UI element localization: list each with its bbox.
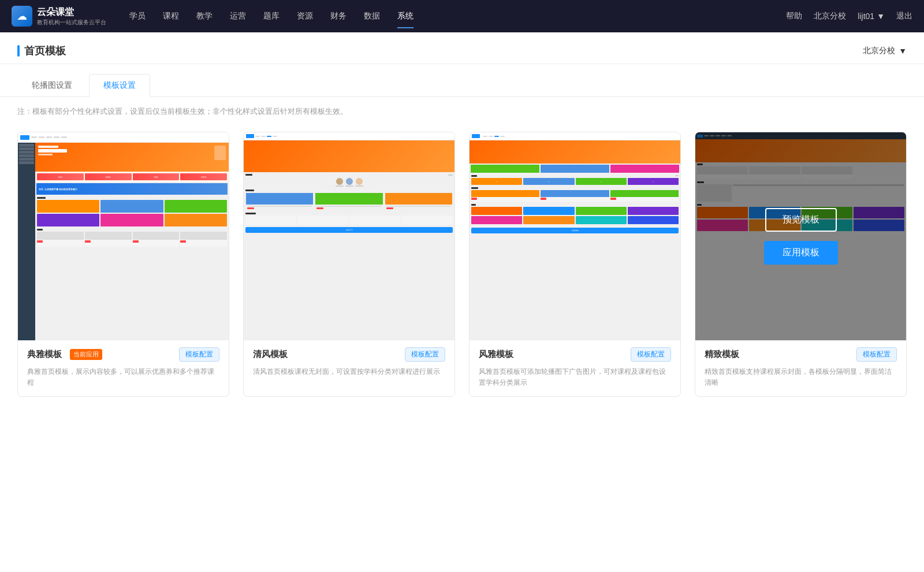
template-name-group-1: 典雅模板 当前应用: [27, 349, 102, 360]
template-overlay-4: 预览模板 应用模板: [695, 132, 906, 340]
template-name-row-4: 精致模板 模板配置: [705, 347, 897, 362]
template-mock-2: 报名学习: [244, 132, 454, 340]
config-button-1[interactable]: 模板配置: [179, 347, 219, 362]
school-selector[interactable]: 北京分校 ▼: [863, 46, 907, 56]
main-nav: 学员 课程 教学 运营 题库 资源 财务 数据 系统: [129, 9, 786, 24]
school-name[interactable]: 北京分校: [814, 11, 846, 21]
chevron-down-icon: ▼: [899, 46, 907, 55]
template-name-row-2: 清风模板 模板配置: [253, 347, 445, 362]
nav-item-students[interactable]: 学员: [129, 9, 146, 24]
nav-item-courses[interactable]: 课程: [163, 9, 179, 24]
template-desc-1: 典雅首页模板，展示内容较多，可以展示优惠券和多个推荐课程: [27, 366, 219, 388]
config-button-4[interactable]: 模板配置: [856, 347, 897, 362]
templates-grid: ¥30 ¥200 ¥30 ¥200: [0, 126, 924, 420]
logout-link[interactable]: 退出: [896, 11, 912, 21]
logo[interactable]: ☁ 云朵课堂 教育机构一站式服务云平台: [12, 6, 106, 27]
apply-button-4[interactable]: 应用模板: [764, 241, 838, 265]
nav-item-data[interactable]: 数据: [364, 9, 380, 24]
template-name-1: 典雅模板: [27, 349, 62, 360]
template-preview-4: 预览模板 应用模板: [695, 132, 906, 340]
navbar: ☁ 云朵课堂 教育机构一站式服务云平台 学员 课程 教学 运营 题库 资源 财务…: [0, 0, 924, 32]
tabs-container: 轮播图设置 模板设置: [0, 64, 924, 97]
chevron-down-icon: ▼: [877, 12, 885, 21]
template-preview-2: 报名学习: [244, 132, 454, 340]
template-name-4: 精致模板: [705, 349, 739, 360]
school-selector-label: 北京分校: [863, 46, 895, 56]
template-preview-3: ¥0 ¥0 ¥0 ¥0: [470, 132, 680, 340]
nav-item-questionbank[interactable]: 题库: [263, 9, 280, 24]
template-footer-3: 风雅模板 模板配置 风雅首页模板可添加轮播图下广告图片，可对课程及课程包设置学科…: [470, 340, 680, 396]
template-desc-3: 风雅首页模板可添加轮播图下广告图片，可对课程及课程包设置学科分类展示: [479, 366, 671, 388]
template-name-row-3: 风雅模板 模板配置: [479, 347, 671, 362]
nav-item-resources[interactable]: 资源: [297, 9, 313, 24]
template-footer-4: 精致模板 模板配置 精致首页模板支持课程展示封面，各模板分隔明显，界面简洁清晰: [695, 340, 906, 396]
page-container: 首页模板 北京分校 ▼ 轮播图设置 模板设置 注：模板有部分个性化样式设置，设置…: [0, 32, 924, 572]
logo-main: 云朵课堂: [37, 6, 106, 18]
nav-item-finance[interactable]: 财务: [330, 9, 346, 24]
logo-sub: 教育机构一站式服务云平台: [37, 18, 106, 27]
template-name-2: 清风模板: [253, 349, 288, 360]
template-footer-2: 清风模板 模板配置 清风首页模板课程无封面，可设置按学科分类对课程进行展示: [244, 340, 454, 385]
template-desc-2: 清风首页模板课程无封面，可设置按学科分类对课程进行展示: [253, 366, 445, 377]
navbar-right: 帮助 北京分校 lijt01 ▼ 退出: [786, 11, 912, 21]
nav-item-teaching[interactable]: 教学: [196, 9, 213, 24]
tab-template[interactable]: 模板设置: [89, 74, 150, 97]
template-footer-1: 典雅模板 当前应用 模板配置 典雅首页模板，展示内容较多，可以展示优惠券和多个推…: [18, 340, 229, 396]
page-title: 首页模板: [17, 44, 66, 58]
template-card-1: ¥30 ¥200 ¥30 ¥200: [17, 132, 229, 397]
template-card-2: 报名学习 清风模板 模板配置 清风首页模板课程无封面，可设置按学科分类对课程进行…: [243, 132, 455, 397]
nav-item-operations[interactable]: 运营: [230, 9, 246, 24]
nav-item-system[interactable]: 系统: [397, 9, 413, 24]
config-button-2[interactable]: 模板配置: [405, 347, 445, 362]
template-name-row-1: 典雅模板 当前应用 模板配置: [27, 347, 219, 362]
note-text: 注：模板有部分个性化样式设置，设置后仅当前模板生效；非个性化样式设置后针对所有模…: [17, 107, 348, 116]
template-card-3: ¥0 ¥0 ¥0 ¥0: [469, 132, 681, 397]
logo-text: 云朵课堂 教育机构一站式服务云平台: [37, 6, 106, 27]
help-link[interactable]: 帮助: [786, 11, 802, 21]
preview-button-4[interactable]: 预览模板: [765, 208, 837, 232]
template-desc-4: 精致首页模板支持课程展示封面，各模板分隔明显，界面简洁清晰: [705, 366, 897, 388]
tab-carousel[interactable]: 轮播图设置: [17, 74, 87, 97]
config-button-3[interactable]: 模板配置: [631, 347, 671, 362]
template-mock-1: ¥30 ¥200 ¥30 ¥200: [18, 132, 229, 340]
template-card-4: 预览模板 应用模板: [695, 132, 907, 397]
template-preview-1: ¥30 ¥200 ¥30 ¥200: [18, 132, 229, 340]
template-mock-3: ¥0 ¥0 ¥0 ¥0: [470, 132, 680, 340]
page-header: 首页模板 北京分校 ▼: [0, 32, 924, 64]
user-dropdown[interactable]: lijt01 ▼: [858, 12, 885, 21]
note-bar: 注：模板有部分个性化样式设置，设置后仅当前模板生效；非个性化样式设置后针对所有模…: [0, 97, 924, 126]
template-name-3: 风雅模板: [479, 349, 513, 360]
current-badge-1: 当前应用: [70, 349, 102, 360]
logo-icon: ☁: [12, 6, 32, 27]
username: lijt01: [858, 12, 874, 21]
